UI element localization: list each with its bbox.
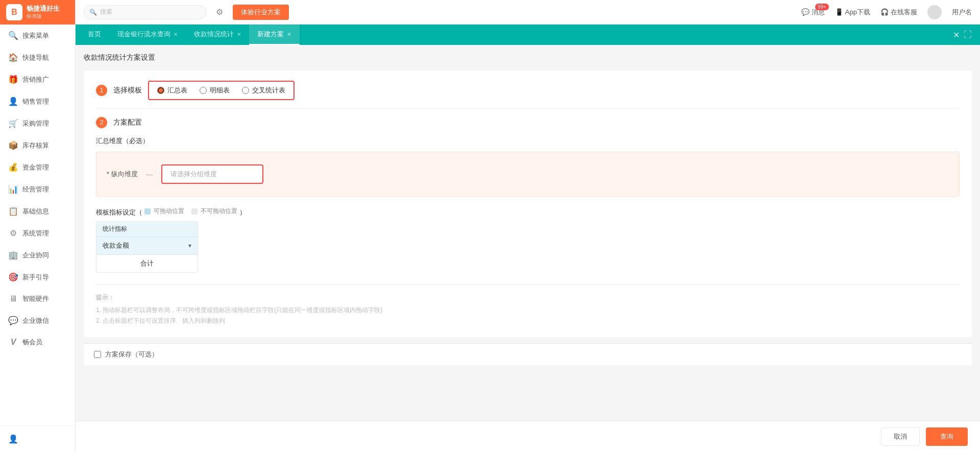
gift-icon: 🎁 [8, 75, 18, 84]
settings-icon[interactable]: ⚙ [212, 5, 227, 19]
save-option-label: 方案保存（可选） [105, 350, 158, 359]
header-search-box[interactable]: 🔍 搜索 [84, 5, 206, 19]
radio-detail[interactable]: 明细表 [200, 86, 230, 95]
tab-home[interactable]: 首页 [80, 25, 109, 45]
sidebar-item-hardware[interactable]: 🖥 智能硬件 [0, 288, 75, 310]
sidebar-item-label: 采购管理 [22, 119, 49, 128]
building-icon: 🏢 [8, 250, 18, 260]
radio-cross[interactable]: 交叉统计表 [242, 86, 285, 95]
radio-cross-input[interactable] [242, 87, 249, 94]
username-label: 用户名 [952, 8, 972, 17]
sidebar-bottom: 👤 [0, 425, 75, 452]
gear-icon: ⚙ [8, 228, 18, 238]
tip-line-2: 2. 点击标题栏下拉可设置排序、插入列和删除列 [96, 316, 960, 327]
tab-bank-flow-label: 现金银行流水查询 [117, 30, 170, 39]
search-icon: 🔍 [8, 31, 18, 40]
maximize-icon[interactable]: ⛶ [964, 30, 972, 39]
message-badge: 99+ [815, 4, 829, 10]
sidebar-item-label: 经营管理 [22, 185, 49, 194]
radio-summary-input[interactable] [157, 87, 164, 94]
vertical-dim-label: * 纵向维度 [107, 170, 138, 179]
dimension-row: * 纵向维度 — 请选择分组维度 [107, 164, 949, 184]
sidebar-item-purchase[interactable]: 🛒 采购管理 [0, 112, 75, 134]
query-button[interactable]: 查询 [926, 427, 968, 446]
save-checkbox[interactable] [94, 351, 101, 358]
step2-label: 方案配置 [113, 118, 142, 127]
target-icon: 🎯 [8, 272, 18, 282]
indicator-section: 模板指标设定（ 可拖动位置 不可拖动位置 ） [96, 207, 960, 274]
page-inner: 收款情况统计方案设置 1 选择模板 汇总表 明细表 [76, 45, 980, 421]
member-icon: V [8, 338, 18, 347]
page-title: 收款情况统计方案设置 [84, 53, 972, 62]
footer-bar: 取消 查询 [76, 421, 980, 452]
non-draggable-dot [191, 208, 198, 215]
indicator-subtotal: 合计 [96, 255, 198, 272]
sidebar-item-label: 新手引导 [22, 273, 49, 282]
sidebar-item-label: 销售管理 [22, 97, 49, 106]
step1-row: 1 选择模板 汇总表 明细表 交叉统计表 [96, 81, 960, 100]
sidebar-item-quick-nav[interactable]: 🏠 快捷导航 [0, 46, 75, 68]
sidebar-bottom-item1[interactable]: 👤 [0, 430, 75, 448]
message-action[interactable]: 💬 消息 99+ [801, 8, 825, 17]
dimension-subsection: 汇总维度（必选） * 纵向维度 — 请选择分组维度 [96, 136, 960, 197]
draggable-dot [144, 208, 151, 215]
template-radio-group: 汇总表 明细表 交叉统计表 [148, 81, 295, 100]
search-placeholder: 搜索 [100, 8, 112, 16]
sidebar-item-inventory[interactable]: 📦 库存核算 [0, 134, 75, 156]
tab-bar-actions: ✕ ⛶ [953, 25, 976, 45]
sidebar-item-label: 基础信息 [22, 207, 49, 216]
download-icon: 📱 [835, 8, 843, 16]
step1-badge: 1 [96, 85, 107, 96]
tab-bank-flow-close[interactable]: × [174, 31, 178, 38]
sidebar-item-search-menu[interactable]: 🔍 搜索菜单 [0, 25, 75, 46]
sidebar-item-system[interactable]: ⚙ 系统管理 [0, 222, 75, 244]
sidebar-logo: B 畅捷通好生 标准版 [0, 0, 75, 25]
sidebar-item-sales[interactable]: 👤 销售管理 [0, 90, 75, 112]
tab-receipt-stats-close[interactable]: × [237, 31, 241, 38]
main-card: 1 选择模板 汇总表 明细表 交叉统计表 [84, 70, 972, 337]
step1-label: 选择模板 [113, 86, 142, 95]
sidebar-item-member[interactable]: V 畅会员 [0, 331, 75, 353]
sidebar-item-label: 企业协同 [22, 251, 49, 260]
sidebar-nav: 🔍 搜索菜单 🏠 快捷导航 🎁 营销推广 👤 销售管理 🛒 采购管理 📦 库存核… [0, 25, 75, 425]
close-window-icon[interactable]: ✕ [953, 30, 960, 40]
online-service-action[interactable]: 🎧 在线客服 [880, 8, 917, 17]
non-draggable-legend: 不可拖动位置 [191, 207, 237, 216]
chart-icon: 📊 [8, 184, 18, 194]
tab-new-plan[interactable]: 新建方案 × [249, 25, 299, 45]
user-avatar[interactable] [927, 5, 942, 19]
tab-new-plan-label: 新建方案 [257, 30, 284, 39]
sidebar-item-label: 营销推广 [22, 75, 49, 84]
money-icon: 💰 [8, 162, 18, 172]
app-download-action[interactable]: 📱 App下载 [835, 8, 870, 17]
user-icon: 👤 [8, 97, 18, 106]
indicator-cell-amount[interactable]: 收款金额 ▾ [96, 237, 198, 255]
tips-title: 提示： [96, 293, 960, 302]
radio-cross-label: 交叉统计表 [252, 86, 285, 95]
cancel-button[interactable]: 取消 [881, 427, 920, 446]
sidebar-item-label: 库存核算 [22, 141, 49, 150]
page-content: 收款情况统计方案设置 1 选择模板 汇总表 明细表 [76, 45, 980, 452]
sidebar-item-basic-info[interactable]: 📋 基础信息 [0, 200, 75, 222]
sidebar-item-operation[interactable]: 📊 经营管理 [0, 178, 75, 200]
trial-button[interactable]: 体验行业方案 [233, 5, 289, 20]
tip-line-1: 1. 拖动标题栏可以调整布局，不可跨维度或指标区域拖动栏目字段(只能在同一维度或… [96, 305, 960, 316]
sidebar-item-label: 企业微信 [22, 316, 49, 325]
tab-new-plan-close[interactable]: × [287, 31, 291, 38]
sidebar-item-marketing[interactable]: 🎁 营销推广 [0, 68, 75, 90]
service-label: 在线客服 [891, 8, 917, 17]
tab-bar: 首页 现金银行流水查询 × 收款情况统计 × 新建方案 × ✕ ⛶ [76, 25, 980, 45]
tab-home-label: 首页 [88, 30, 101, 39]
radio-summary[interactable]: 汇总表 [157, 86, 187, 95]
sidebar-item-finance[interactable]: 💰 资金管理 [0, 156, 75, 178]
sidebar-item-wechat[interactable]: 💬 企业微信 [0, 310, 75, 331]
search-icon: 🔍 [89, 9, 97, 16]
sidebar-item-enterprise[interactable]: 🏢 企业协同 [0, 244, 75, 266]
radio-summary-label: 汇总表 [167, 86, 187, 95]
dimension-selector[interactable]: 请选择分组维度 [161, 164, 263, 184]
sidebar-item-label: 搜索菜单 [22, 31, 49, 40]
tab-receipt-stats[interactable]: 收款情况统计 × [186, 25, 249, 45]
radio-detail-input[interactable] [200, 87, 207, 94]
tab-bank-flow[interactable]: 现金银行流水查询 × [109, 25, 186, 45]
sidebar-item-guide[interactable]: 🎯 新手引导 [0, 266, 75, 288]
